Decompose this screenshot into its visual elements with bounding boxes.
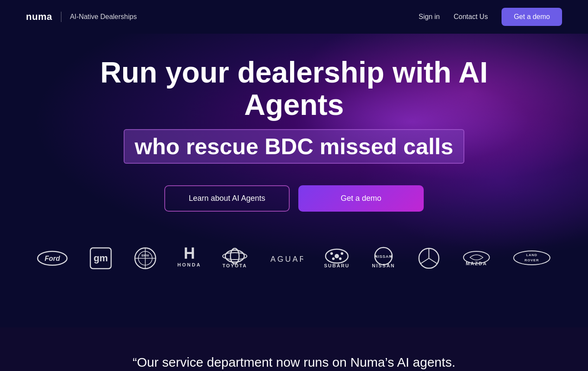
svg-point-20 [332, 257, 335, 260]
get-demo-header-button[interactable]: Get a demo [502, 8, 562, 26]
svg-point-13 [223, 253, 247, 260]
svg-text:NISSAN: NISSAN [372, 263, 395, 268]
bottom-quote: “Our service department now runs on Numa… [26, 353, 562, 371]
nissan-logo: NISSAN NISSAN [371, 247, 396, 270]
logo-divider [61, 12, 61, 22]
nav-right: Sign in Contact Us Get a demo [419, 8, 562, 26]
svg-text:Ford: Ford [45, 255, 61, 262]
gm-logo: gm [89, 246, 113, 270]
honda-logo: H HONDA [178, 247, 201, 270]
bmw-logo: BMW [134, 247, 157, 270]
svg-point-18 [330, 252, 333, 255]
hero-subtitle: who rescue BDC missed calls [124, 129, 465, 164]
svg-text:ROVER: ROVER [524, 258, 539, 262]
svg-point-11 [225, 250, 244, 262]
svg-point-12 [230, 248, 239, 264]
hero-section: Run your dealership with AI Agents who r… [0, 34, 588, 327]
svg-text:gm: gm [94, 253, 108, 263]
logo-tagline: AI-Native Dealerships [70, 13, 137, 21]
svg-text:H: H [184, 247, 195, 262]
ford-logo: Ford [37, 250, 68, 267]
mazda-logo: MAZDA [461, 250, 492, 267]
brand-logos-strip: Ford gm BMW H HONDA [37, 246, 551, 270]
svg-text:JAGUAR: JAGUAR [268, 255, 303, 263]
toyota-logo: TOYOTA [222, 247, 248, 270]
svg-point-19 [341, 252, 343, 255]
svg-text:SUBARU: SUBARU [324, 263, 349, 268]
svg-text:HONDA: HONDA [178, 262, 201, 267]
svg-text:LAND: LAND [526, 253, 537, 257]
svg-text:BMW: BMW [141, 254, 149, 257]
svg-line-31 [429, 258, 438, 264]
contact-us-button[interactable]: Contact Us [454, 13, 488, 21]
hero-title: Run your dealership with AI Agents [99, 56, 489, 121]
svg-line-30 [420, 258, 429, 264]
get-demo-hero-button[interactable]: Get a demo [298, 185, 424, 212]
logo-text: numa [26, 11, 52, 22]
subaru-logo: SUBARU [324, 247, 350, 270]
mercedes-logo [417, 247, 441, 270]
header: numa AI-Native Dealerships Sign in Conta… [0, 0, 588, 34]
svg-point-17 [335, 254, 339, 258]
svg-text:NISSAN: NISSAN [375, 254, 392, 259]
svg-text:MAZDA: MAZDA [466, 261, 487, 266]
bottom-section: “Our service department now runs on Numa… [0, 327, 588, 371]
logo-area: numa AI-Native Dealerships [26, 11, 137, 22]
learn-ai-agents-button[interactable]: Learn about AI Agents [164, 185, 290, 212]
svg-text:TOYOTA: TOYOTA [223, 263, 247, 268]
jaguar-logo: JAGUAR [268, 251, 303, 265]
sign-in-button[interactable]: Sign in [419, 13, 440, 21]
landrover-logo: LAND ROVER [512, 249, 551, 267]
hero-subtitle-wrapper: who rescue BDC missed calls [124, 129, 465, 164]
hero-buttons: Learn about AI Agents Get a demo [164, 185, 424, 212]
svg-point-21 [339, 257, 342, 260]
